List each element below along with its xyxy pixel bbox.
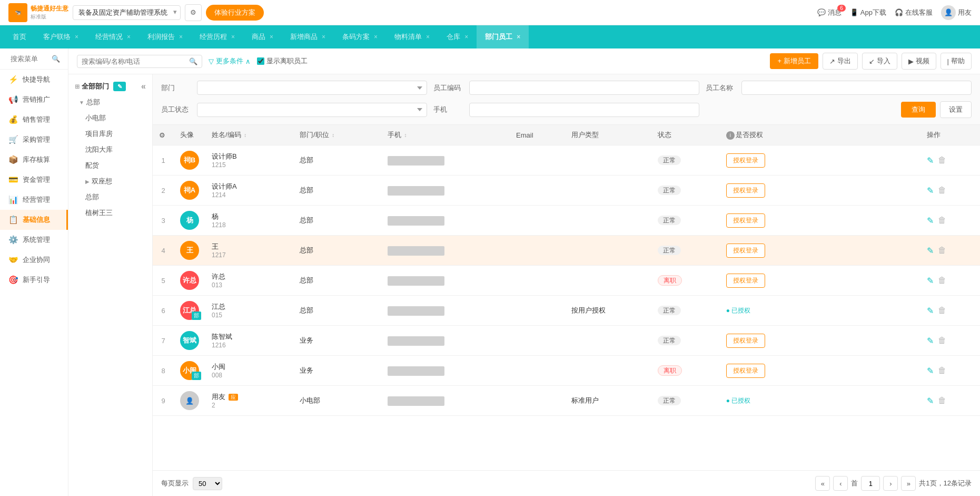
tab-barcode[interactable]: 条码方案× <box>334 25 386 48</box>
auth-login-button[interactable]: 授权登录 <box>726 274 765 288</box>
tab-close-icon[interactable]: × <box>179 33 183 41</box>
auth-login-button[interactable]: 授权登录 <box>726 334 765 348</box>
auth-login-button[interactable]: 授权登录 <box>726 183 765 198</box>
col-dept[interactable]: 部门/职位 ↕ <box>293 125 381 145</box>
tab-customer[interactable]: 客户联络× <box>35 25 87 48</box>
col-name[interactable]: 姓名/编码 ↕ <box>205 125 293 145</box>
col-settings[interactable]: ⚙ <box>153 125 174 145</box>
prev-page-button[interactable]: ‹ <box>833 476 848 491</box>
edit-dept-button[interactable]: ✎ <box>113 82 126 91</box>
tab-add-goods[interactable]: 新增商品× <box>282 25 334 48</box>
tab-close-icon[interactable]: × <box>231 33 235 41</box>
edit-button[interactable]: ✎ <box>927 246 934 256</box>
tab-home[interactable]: 首页 <box>4 25 35 48</box>
auth-login-button[interactable]: 授权登录 <box>726 364 765 378</box>
first-page-button[interactable]: « <box>815 476 830 491</box>
delete-button[interactable]: 🗑 <box>938 246 946 255</box>
tab-close-icon[interactable]: × <box>127 33 131 41</box>
next-page-button[interactable]: › <box>883 476 898 491</box>
search-button[interactable]: 查询 <box>901 102 936 118</box>
auth-login-button[interactable]: 授权登录 <box>726 213 765 228</box>
tab-close-icon[interactable]: × <box>464 33 468 41</box>
dept-select[interactable] <box>197 81 427 95</box>
tab-close-icon[interactable]: × <box>322 33 325 41</box>
sidebar-item-marketing[interactable]: 📢 营销推广 <box>0 90 68 110</box>
phone-input[interactable] <box>469 103 699 117</box>
help-button[interactable]: | 帮助 <box>941 53 972 70</box>
tab-close-icon[interactable]: × <box>75 33 78 41</box>
delete-button[interactable]: 🗑 <box>938 366 946 375</box>
system-title[interactable]: 装备及固定资产辅助管理系统 <box>73 5 181 20</box>
tab-goods[interactable]: 商品× <box>243 25 282 48</box>
sidebar-item-basics[interactable]: 📋 基础信息 <box>0 210 68 230</box>
add-employee-button[interactable]: + 新增员工 <box>770 53 818 69</box>
message-button[interactable]: 💬 消息 6 <box>817 8 842 17</box>
delete-button[interactable]: 🗑 <box>938 396 946 405</box>
edit-button[interactable]: ✎ <box>927 155 934 166</box>
dept-item-project[interactable]: 项目库房 <box>68 126 152 142</box>
tab-department[interactable]: 部门员工× <box>477 25 529 48</box>
delete-button[interactable]: 🗑 <box>938 216 946 225</box>
dept-item-double[interactable]: ▶ 双座想 <box>68 173 152 189</box>
dept-item-root[interactable]: ▼ 总部 <box>68 94 152 110</box>
page-input[interactable]: 1 <box>861 476 880 491</box>
search-input[interactable] <box>82 57 187 65</box>
col-phone[interactable]: 手机 ↕ <box>381 125 510 145</box>
user-button[interactable]: 👤 用友 <box>941 5 972 20</box>
last-page-button[interactable]: » <box>901 476 916 491</box>
tab-close-icon[interactable]: × <box>426 33 430 41</box>
online-service-button[interactable]: 🎧 在线客服 <box>895 8 933 17</box>
auth-login-button[interactable]: 授权登录 <box>726 244 765 258</box>
page-size-select[interactable]: 50 100 200 <box>193 477 222 490</box>
edit-button[interactable]: ✎ <box>927 306 934 316</box>
dept-item-delivery[interactable]: 配货 <box>68 158 152 173</box>
app-download-button[interactable]: 📱 App下载 <box>850 8 886 17</box>
tab-close-icon[interactable]: × <box>374 33 378 41</box>
sidebar-search-input[interactable] <box>6 53 48 65</box>
edit-button[interactable]: ✎ <box>927 336 934 346</box>
export-button[interactable]: ↗ 导出 <box>823 53 858 70</box>
sidebar-item-management[interactable]: 📊 经营管理 <box>0 190 68 210</box>
show-inactive-checkbox[interactable] <box>257 57 264 65</box>
delete-button[interactable]: 🗑 <box>938 186 946 195</box>
view-button[interactable]: ▶ 视频 <box>902 53 936 70</box>
sidebar-item-purchase[interactable]: 🛒 采购管理 <box>0 130 68 150</box>
tab-bom[interactable]: 物料清单× <box>386 25 438 48</box>
sidebar-item-inventory[interactable]: 📦 库存核算 <box>0 150 68 170</box>
settings-button[interactable]: 设置 <box>940 101 972 118</box>
show-inactive-toggle[interactable]: 显示离职员工 <box>257 56 308 66</box>
emp-name-input[interactable] <box>741 81 972 95</box>
delete-button[interactable]: 🗑 <box>938 276 946 285</box>
auth-login-button[interactable]: 授权登录 <box>726 153 765 168</box>
tab-history[interactable]: 经营历程× <box>191 25 243 48</box>
delete-button[interactable]: 🗑 <box>938 155 946 165</box>
emp-status-select[interactable] <box>197 103 427 117</box>
edit-button[interactable]: ✎ <box>927 216 934 226</box>
edit-button[interactable]: ✎ <box>927 366 934 376</box>
dept-collapse-button[interactable]: « <box>141 82 146 91</box>
filter-more-button[interactable]: ▽ 更多条件 ∧ <box>209 56 251 66</box>
tab-close-icon[interactable]: × <box>517 33 520 41</box>
dept-item-hq[interactable]: 总部 <box>68 189 152 205</box>
dept-item-shenyang[interactable]: 沈阳大库 <box>68 142 152 158</box>
sidebar-item-finance[interactable]: 💳 资金管理 <box>0 170 68 190</box>
edit-button[interactable]: ✎ <box>927 276 934 286</box>
gear-button[interactable]: ⚙ <box>185 4 202 21</box>
sidebar-item-shortcuts[interactable]: ⚡ 快捷导航 <box>0 70 68 90</box>
tab-close-icon[interactable]: × <box>270 33 273 41</box>
tab-operation[interactable]: 经营情况× <box>87 25 139 48</box>
sidebar-item-system[interactable]: ⚙️ 系统管理 <box>0 230 68 250</box>
trial-button[interactable]: 体验行业方案 <box>206 5 264 21</box>
import-button[interactable]: ↙ 导入 <box>862 53 897 70</box>
sidebar-item-sales[interactable]: 💰 销售管理 <box>0 110 68 130</box>
tab-profit[interactable]: 利润报告× <box>139 25 191 48</box>
delete-button[interactable]: 🗑 <box>938 336 946 345</box>
delete-button[interactable]: 🗑 <box>938 306 946 315</box>
dept-item-small-elec[interactable]: 小电部 <box>68 110 152 126</box>
edit-button[interactable]: ✎ <box>927 186 934 196</box>
sidebar-item-collab[interactable]: 🤝 企业协同 <box>0 250 68 270</box>
tab-warehouse[interactable]: 仓库× <box>438 25 477 48</box>
dept-item-plant[interactable]: 植树王三 <box>68 205 152 221</box>
edit-button[interactable]: ✎ <box>927 396 934 406</box>
sidebar-item-guide[interactable]: 🎯 新手引导 <box>0 270 68 290</box>
